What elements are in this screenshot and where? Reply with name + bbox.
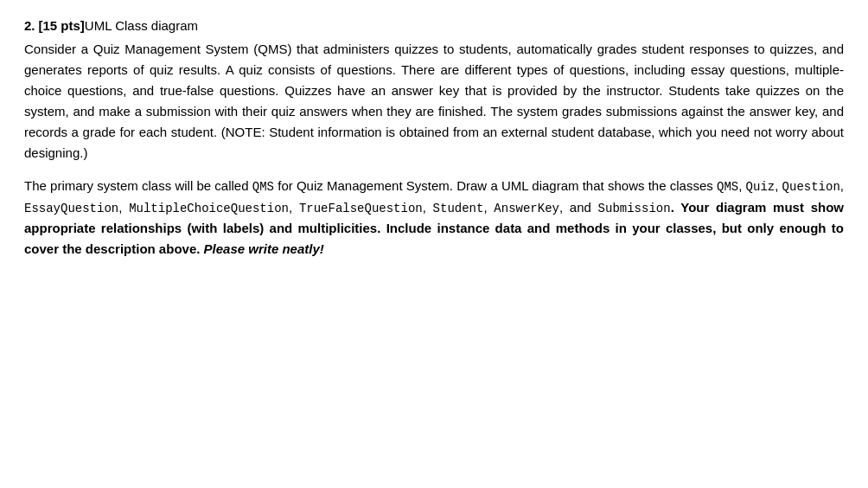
p2-student: Student — [433, 202, 484, 215]
question-header: 2. [15 pts] UML Class diagram — [24, 16, 844, 35]
question-block: 2. [15 pts] UML Class diagram Consider a… — [24, 16, 844, 260]
paragraph1-text: Consider a Quiz Management System (QMS) … — [24, 42, 844, 160]
p2-quiz: Quiz — [746, 180, 775, 194]
p2-qms2: QMS — [717, 180, 738, 194]
question-number: 2. — [24, 16, 35, 35]
p2-essayq: EssayQuestion — [24, 202, 118, 215]
p2-mid: for Quiz Management System. Draw a UML d… — [274, 178, 717, 193]
p2-tfq: TrueFalseQuestion — [299, 202, 423, 215]
p2-and: , and — [559, 200, 598, 215]
p2-comma1: , — [738, 178, 745, 193]
p2-answerkey: AnswerKey — [494, 202, 559, 215]
p2-submission: Submission — [598, 202, 671, 215]
pts-label: [15 pts] — [39, 16, 85, 35]
paragraph-1: Consider a Quiz Management System (QMS) … — [24, 39, 844, 164]
paragraph-2: The primary system class will be called … — [24, 176, 844, 260]
p2-comma4: , — [118, 200, 129, 215]
p2-start: The primary system class will be called — [24, 178, 252, 193]
p2-question: Question — [782, 180, 840, 194]
p2-mcq: MultipleChoiceQuestion — [129, 202, 289, 215]
p2-qms1: QMS — [252, 180, 274, 194]
p2-comma6: , — [423, 200, 433, 215]
p2-comma7: , — [483, 200, 494, 215]
question-title: UML Class diagram — [85, 16, 198, 35]
p2-comma2: , — [775, 178, 782, 193]
p2-comma5: , — [289, 200, 299, 215]
p2-bolditalic: Please write neatly! — [200, 241, 323, 256]
p2-comma3: , — [840, 178, 844, 193]
